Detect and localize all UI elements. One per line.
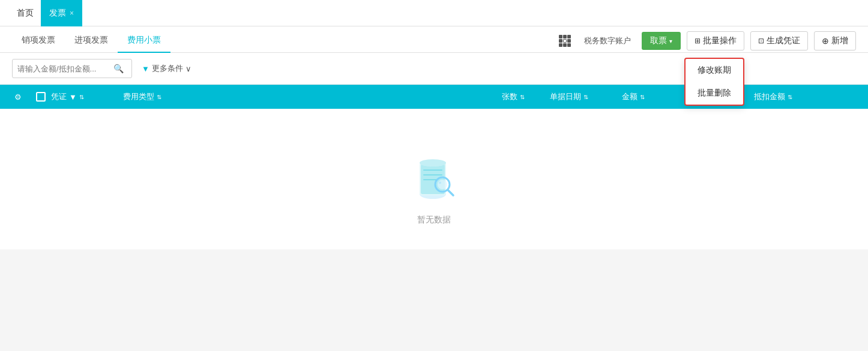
voucher-sort-icon: ⇅: [79, 94, 84, 100]
col-expense-type-header[interactable]: 费用类型 ⇅: [123, 91, 502, 102]
add-new-label: 新增: [831, 35, 848, 46]
more-conditions-button[interactable]: ▼ 更多条件 ∨: [142, 63, 191, 74]
batch-op-dropdown: 修改账期 批量删除: [684, 58, 744, 106]
batch-op-button[interactable]: ⊞ 批量操作: [687, 31, 744, 50]
svg-point-9: [438, 180, 447, 189]
tab-expense-receipt[interactable]: 费用小票: [118, 26, 170, 53]
qr-code-icon[interactable]: [556, 32, 573, 49]
batch-op-label: 批量操作: [703, 35, 737, 46]
batch-op-wrapper: ⊞ 批量操作 修改账期 批量删除: [687, 31, 744, 50]
voucher-label: 凭证: [51, 91, 67, 102]
add-new-plus-icon: ⊕: [822, 36, 829, 46]
svg-point-11: [439, 182, 441, 184]
col-amount-header[interactable]: 金额 ⇅: [622, 91, 694, 102]
deduction-amount-label: 抵扣金额: [754, 91, 785, 102]
toolbar-right: 税务数字账户 取票 ▾ ⊞ 批量操作 修改账期 批量删除 ⊡ 生成凭证 ⊕ 新增: [556, 31, 856, 50]
col-checkbox-all[interactable]: [30, 92, 51, 102]
search-input[interactable]: [17, 64, 113, 73]
col-settings[interactable]: ⚙: [6, 93, 30, 102]
take-ticket-arrow-icon: ▾: [669, 38, 672, 44]
filter-icon: ▼: [142, 64, 149, 73]
gen-voucher-icon: ⊡: [758, 37, 764, 45]
tax-account-button[interactable]: 税务数字账户: [579, 33, 636, 49]
deduction-amount-sort-icon: ⇅: [788, 94, 792, 100]
close-tab-icon[interactable]: ×: [70, 9, 74, 17]
col-date-header[interactable]: 单据日期 ⇅: [550, 91, 622, 102]
date-label: 单据日期: [550, 91, 581, 102]
amount-sort-icon: ⇅: [640, 94, 645, 100]
batch-op-icon: ⊞: [695, 37, 701, 45]
invoice-tab-label: 发票: [49, 8, 66, 19]
take-ticket-label: 取票: [650, 35, 667, 46]
add-new-button[interactable]: ⊕ 新增: [814, 31, 856, 50]
col-deduction-amount-header[interactable]: 抵扣金额 ⇅: [754, 91, 826, 102]
take-ticket-button[interactable]: 取票 ▾: [642, 32, 681, 50]
sub-tabs-bar: 销项发票 进项发票 费用小票 税务数字账户 取票 ▾ ⊞ 批量操作 修改账期 批…: [0, 26, 868, 53]
more-conditions-arrow-icon: ∨: [185, 64, 191, 73]
more-conditions-label: 更多条件: [152, 63, 183, 74]
date-sort-icon: ⇅: [583, 94, 588, 100]
svg-line-10: [448, 190, 453, 195]
empty-state: 暂无数据: [0, 109, 868, 249]
tab-purchase-invoice[interactable]: 进项发票: [65, 26, 118, 53]
col-count-header[interactable]: 张数 ⇅: [502, 91, 550, 102]
top-nav: 首页 发票 ×: [0, 0, 868, 26]
tab-sales-invoice[interactable]: 销项发票: [12, 26, 65, 53]
invoice-tab[interactable]: 发票 ×: [41, 0, 82, 26]
gen-voucher-label: 生成凭证: [767, 35, 800, 46]
expense-type-label: 费用类型: [123, 91, 154, 102]
gen-voucher-button[interactable]: ⊡ 生成凭证: [750, 31, 808, 50]
home-nav-item[interactable]: 首页: [10, 8, 41, 19]
modify-period-item[interactable]: 修改账期: [686, 59, 743, 82]
svg-point-7: [420, 159, 446, 166]
voucher-filter-icon: ▼: [69, 93, 77, 102]
col-voucher-header[interactable]: 凭证 ▼ ⇅: [51, 91, 123, 102]
search-icon[interactable]: 🔍: [113, 64, 124, 73]
batch-delete-item[interactable]: 批量删除: [686, 82, 743, 105]
count-sort-icon: ⇅: [520, 94, 525, 100]
count-label: 张数: [502, 91, 517, 102]
expense-type-sort-icon: ⇅: [157, 94, 161, 100]
search-input-wrap: 🔍: [12, 59, 132, 78]
select-all-checkbox[interactable]: [36, 92, 46, 102]
empty-state-illustration: [404, 145, 464, 205]
amount-label: 金额: [622, 91, 637, 102]
empty-state-text: 暂无数据: [417, 215, 451, 225]
